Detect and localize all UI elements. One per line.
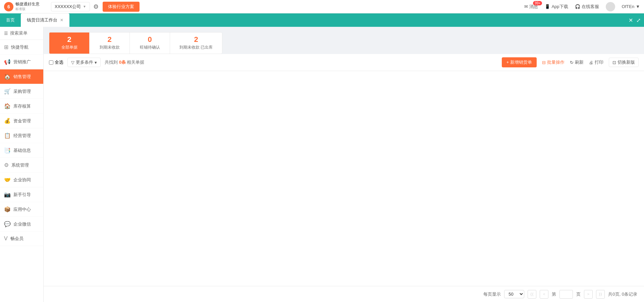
logo-area: 6 畅捷通好生意 标准版 — [4, 2, 48, 12]
filter-tab-pending[interactable]: 0 旺铺待确认 — [130, 33, 170, 54]
tab-home[interactable]: 首页 — [0, 13, 21, 27]
chevron-down-icon: ▼ — [83, 5, 86, 8]
sidebar-item-operations[interactable]: 📋 经营管理 — [0, 128, 43, 143]
add-sales-order-button[interactable]: + 新增销货单 — [502, 57, 537, 67]
sidebar-search[interactable]: ☰ 搜索菜单 — [0, 27, 43, 40]
toolbar: 全选 ▽ 更多条件 ▾ 共找到 0条 相关单据 + 新增销货单 — [44, 54, 644, 71]
chevron-filter-icon: ▾ — [95, 60, 97, 65]
per-page-label: 每页显示 — [483, 291, 501, 297]
sidebar-item-wechat[interactable]: 💬 企业微信 — [0, 217, 43, 232]
company-name: XXXXXX公司 — [55, 4, 81, 10]
print-button[interactable]: 🖨 打印 — [589, 59, 603, 65]
enterprise-icon: 🤝 — [4, 177, 11, 183]
select-all-checkbox-label[interactable]: 全选 — [49, 59, 63, 65]
funds-icon: 💰 — [4, 118, 11, 124]
close-tab-icon[interactable]: ✕ — [60, 18, 63, 22]
sidebar-item-marketing[interactable]: 📢 营销推广 — [0, 55, 43, 69]
online-service-button[interactable]: 🎧 在线客服 — [575, 4, 599, 10]
app-logo-icon: 6 — [4, 2, 13, 11]
toolbar-left: 全选 ▽ 更多条件 ▾ 共找到 0条 相关单据 — [49, 58, 498, 67]
member-icon: V — [4, 236, 8, 242]
search-icon: ☰ — [4, 31, 8, 36]
experience-button[interactable]: 体验行业方案 — [103, 2, 140, 12]
marketing-icon: 📢 — [4, 59, 11, 65]
user-name[interactable]: OfTEn ▼ — [622, 4, 640, 9]
sidebar-item-system[interactable]: ⚙ 系统管理 — [0, 158, 43, 173]
sidebar-item-enterprise[interactable]: 🤝 企业协同 — [0, 173, 43, 187]
filter-icon: ▽ — [71, 60, 74, 65]
switch-icon: ⊡ — [612, 60, 616, 65]
message-button[interactable]: ✉ 消息 99+ — [524, 4, 538, 10]
sidebar-item-purchase[interactable]: 🛒 采购管理 — [0, 84, 43, 99]
select-all-checkbox[interactable] — [49, 60, 53, 65]
user-avatar[interactable] — [606, 2, 615, 11]
system-icon: ⚙ — [4, 162, 9, 168]
app-download-button[interactable]: 📱 App下载 — [545, 4, 568, 10]
basic-info-icon: 📑 — [4, 147, 11, 154]
company-selector[interactable]: XXXXXX公司 ▼ — [51, 2, 90, 11]
sidebar-item-quick-nav[interactable]: ⊞ 快捷导航 — [0, 40, 43, 55]
message-icon: ✉ — [524, 4, 528, 9]
filter-tabs: 2 全部单据 2 到期未收款 0 旺铺待确认 2 到期未收款 已出库 — [49, 32, 222, 54]
download-icon: 📱 — [545, 4, 550, 9]
pagination: 每页显示 50 100 200 ⟨⟨ ＜ 第 1 页 ＞ ⟩⟩ 共0页, 0条记… — [44, 286, 644, 302]
nav-tabs-bar: 首页 钱货日清工作台 ✕ ✕ ⤢ — [0, 13, 644, 27]
top-header: 6 畅捷通好生意 标准版 XXXXXX公司 ▼ ⚙ 体验行业方案 ✉ 消息 99… — [0, 0, 644, 13]
filter-tab-overdue[interactable]: 2 到期未收款 — [90, 33, 130, 54]
sidebar-item-app-center[interactable]: 📦 应用中心 — [0, 202, 43, 217]
batch-op-button[interactable]: ⊟ 批量操作 — [542, 59, 565, 65]
found-count: 0条 — [119, 60, 126, 65]
service-icon: 🎧 — [575, 4, 580, 9]
filter-tabs-container: 2 全部单据 2 到期未收款 0 旺铺待确认 2 到期未收款 已出库 — [44, 27, 644, 54]
operations-icon: 📋 — [4, 132, 11, 139]
message-badge: 99+ — [533, 1, 542, 5]
sidebar-item-inventory[interactable]: 🏠 库存核算 — [0, 99, 43, 114]
sidebar: ☰ 搜索菜单 ⊞ 快捷导航 📢 营销推广 🏠 销售管理 🛒 采购管理 🏠 库存核… — [0, 27, 44, 302]
wechat-icon: 💬 — [4, 221, 11, 227]
last-page-button[interactable]: ⟩⟩ — [596, 290, 605, 299]
nav-right-controls: ✕ ⤢ — [629, 13, 644, 27]
filter-tab-all[interactable]: 2 全部单据 — [49, 33, 90, 54]
total-text: 共0页, 0条记录 — [608, 291, 637, 297]
filter-tab-overdue-shipped[interactable]: 2 到期未收款 已出库 — [170, 33, 222, 54]
close-window-icon[interactable]: ✕ — [629, 17, 633, 23]
page-size-select[interactable]: 50 100 200 — [504, 290, 524, 298]
refresh-button[interactable]: ↻ 刷新 — [570, 59, 584, 65]
tab-qhrc[interactable]: 钱货日清工作台 ✕ — [21, 13, 69, 27]
main-layout: ☰ 搜索菜单 ⊞ 快捷导航 📢 营销推广 🏠 销售管理 🛒 采购管理 🏠 库存核… — [0, 27, 644, 302]
sales-icon: 🏠 — [4, 73, 11, 80]
switch-version-button[interactable]: ⊡ 切换新版 — [609, 58, 639, 67]
content-area: 2 全部单据 2 到期未收款 0 旺铺待确认 2 到期未收款 已出库 — [44, 27, 644, 302]
more-filter-button[interactable]: ▽ 更多条件 ▾ — [67, 58, 101, 67]
header-right: ✉ 消息 99+ 📱 App下载 🎧 在线客服 OfTEn ▼ — [524, 2, 640, 11]
page-label: 第 — [552, 291, 556, 297]
app-title: 畅捷通好生意 标准版 — [15, 2, 40, 12]
refresh-icon: ↻ — [570, 60, 574, 65]
app-center-icon: 📦 — [4, 206, 11, 213]
prev-page-button[interactable]: ＜ — [540, 290, 548, 299]
sidebar-item-funds[interactable]: 💰 资金管理 — [0, 114, 43, 128]
user-chevron-icon: ▼ — [636, 4, 640, 9]
purchase-icon: 🛒 — [4, 88, 11, 95]
batch-icon: ⊟ — [542, 60, 546, 65]
found-text: 共找到 0条 相关单据 — [105, 59, 144, 65]
settings-icon[interactable]: ⚙ — [93, 3, 99, 10]
first-page-button[interactable]: ⟨⟨ — [528, 290, 536, 299]
quick-nav-icon: ⊞ — [4, 44, 8, 50]
table-area — [44, 71, 644, 286]
sidebar-item-sales[interactable]: 🏠 销售管理 — [0, 69, 43, 84]
toolbar-right: + 新增销货单 ⊟ 批量操作 ↻ 刷新 🖨 打印 ⊡ — [502, 57, 639, 67]
inventory-icon: 🏠 — [4, 103, 11, 109]
sidebar-item-basic-info[interactable]: 📑 基础信息 — [0, 143, 43, 158]
sidebar-item-guide[interactable]: 📷 新手引导 — [0, 187, 43, 202]
guide-icon: 📷 — [4, 191, 11, 198]
main-content: 全选 ▽ 更多条件 ▾ 共找到 0条 相关单据 + 新增销货单 — [44, 54, 644, 302]
sidebar-item-member[interactable]: V 畅会员 — [0, 232, 43, 246]
print-icon: 🖨 — [589, 60, 593, 65]
maximize-icon[interactable]: ⤢ — [636, 17, 641, 23]
next-page-button[interactable]: ＞ — [584, 290, 593, 299]
page-suffix: 页 — [576, 291, 581, 297]
page-input[interactable]: 1 — [559, 290, 573, 299]
